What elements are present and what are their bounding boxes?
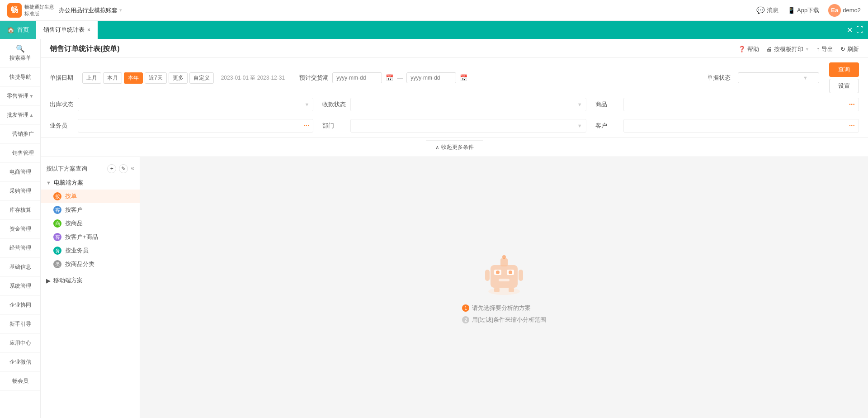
add-scheme-btn[interactable]: + xyxy=(107,164,116,173)
main-layout: 🔍 搜索菜单 快捷导航 零售管理 ▼ 批发管理 ▲ 营销推广 销售管理 电商管理… xyxy=(0,39,868,418)
window-close-icon[interactable]: ✕ xyxy=(847,26,853,34)
tab-close-icon[interactable]: × xyxy=(87,27,90,33)
date-tab-last-month[interactable]: 上月 xyxy=(82,72,101,84)
scheme-item-by-customer[interactable]: 客 按客户 xyxy=(41,203,140,217)
sidebar-item-basic-info[interactable]: 基础信息 xyxy=(0,258,40,277)
shipment-arrow-icon: ▼ xyxy=(304,102,309,107)
order-status-select[interactable]: ▼ xyxy=(738,72,819,83)
expected-date-to-input[interactable] xyxy=(406,72,456,83)
filter-bar-row1: 单据日期 上月 本月 本年 近7天 更多 自定义 2023-01-01 至 20… xyxy=(41,58,868,93)
print-btn[interactable]: 🖨 按模板打印 ▼ xyxy=(766,45,810,53)
shipment-status-select[interactable]: ▼ xyxy=(78,98,313,111)
sidebar-item-finance[interactable]: 资金管理 xyxy=(0,220,40,239)
date-tab-more[interactable]: 更多 xyxy=(169,72,188,84)
tab-sales-order[interactable]: 销售订单统计表 × xyxy=(36,21,98,39)
date-tab-this-year[interactable]: 本年 xyxy=(124,72,143,84)
date-icon-2: 📅 xyxy=(460,74,467,81)
page-title: 销售订单统计表(按单) xyxy=(50,44,120,54)
sidebar-item-retail[interactable]: 零售管理 ▼ xyxy=(0,87,40,106)
scheme-item-by-category[interactable]: 类 按商品分类 xyxy=(41,257,140,271)
edit-icon: ✎ xyxy=(121,166,126,172)
svg-rect-12 xyxy=(509,288,514,292)
query-button[interactable]: 查询 xyxy=(829,62,859,77)
goods-more-icon[interactable]: ··· xyxy=(849,101,855,108)
scheme-icon-order: 按 xyxy=(53,192,61,200)
sidebar-item-app-center[interactable]: 应用中心 xyxy=(0,334,40,353)
salesperson-input[interactable]: ··· xyxy=(78,119,313,133)
sidebar-item-new-guide[interactable]: 新手引导 xyxy=(0,315,40,334)
scheme-item-by-goods[interactable]: 商 按商品 xyxy=(41,217,140,230)
date-tabs: 上月 本月 本年 近7天 更多 自定义 xyxy=(82,72,214,84)
sidebar-item-quick-nav[interactable]: 快捷导航 xyxy=(0,68,40,87)
svg-rect-10 xyxy=(519,270,523,281)
customer-label: 客户 xyxy=(595,122,621,130)
page-header: 销售订单统计表(按单) ❓ 帮助 🖨 按模板打印 ▼ ↑ 导出 ↻ 刷新 xyxy=(41,39,868,58)
sidebar-item-enterprise-wechat[interactable]: 企业微信 xyxy=(0,353,40,372)
app-download-icon: 📱 xyxy=(788,7,795,14)
payment-status-group: 收款状态 ▼ xyxy=(322,98,586,111)
sidebar-item-member[interactable]: 畅会员 xyxy=(0,372,40,391)
customer-input[interactable]: ··· xyxy=(623,119,859,133)
sidebar-item-search[interactable]: 🔍 搜索菜单 xyxy=(0,39,40,68)
sidebar-item-ecommerce[interactable]: 电商管理 xyxy=(0,163,40,182)
empty-illustration xyxy=(477,252,531,297)
order-status-section: 单据状态 ▼ xyxy=(707,72,819,83)
expected-date-section: 预计交货期 📅 — 📅 xyxy=(299,72,693,83)
pc-scheme-group: ▼ 电脑端方案 按 按单 客 按客户 商 按商品 xyxy=(41,176,140,274)
collapse-panel-btn[interactable]: « xyxy=(131,164,134,173)
edit-scheme-btn[interactable]: ✎ xyxy=(119,164,128,173)
mobile-scheme-group: ▶ 移动端方案 xyxy=(41,274,140,287)
pc-group-header[interactable]: ▼ 电脑端方案 xyxy=(41,176,140,190)
window-expand-icon[interactable]: ⛶ xyxy=(856,26,863,34)
payment-status-select[interactable]: ▼ xyxy=(350,98,586,111)
settings-button[interactable]: 设置 xyxy=(829,79,859,93)
message-btn[interactable]: 💬 消息 xyxy=(756,6,778,14)
main-content: 1 请先选择要分析的方案 2 用[过滤]条件来缩小分析范围 xyxy=(140,157,868,418)
dept-label: 部门 xyxy=(322,122,348,130)
app-download-btn[interactable]: 📱 App下载 xyxy=(788,6,819,14)
filter-bar-row3: 业务员 ··· 部门 ▼ 客户 ··· xyxy=(41,116,868,138)
mobile-group-label: 移动端方案 xyxy=(53,276,83,285)
sidebar: 🔍 搜索菜单 快捷导航 零售管理 ▼ 批发管理 ▲ 营销推广 销售管理 电商管理… xyxy=(0,39,41,418)
scheme-icon-customer-goods: 客 xyxy=(53,233,61,241)
breadcrumb[interactable]: 办公用品行业模拟账套 ▾ xyxy=(59,6,122,14)
header-left: 畅 畅捷通好生意 标准版 办公用品行业模拟账套 ▾ xyxy=(7,3,122,18)
date-tab-this-month[interactable]: 本月 xyxy=(103,72,122,84)
scheme-item-by-order[interactable]: 按 按单 xyxy=(41,190,140,203)
collapse-label: 收起更多条件 xyxy=(441,143,474,151)
goods-input[interactable]: ··· xyxy=(623,98,859,111)
tab-home[interactable]: 🏠 首页 xyxy=(0,21,36,39)
sidebar-item-sales-mgmt[interactable]: 销售管理 xyxy=(0,144,40,163)
collapse-btn[interactable]: ∧ 收起更多条件 xyxy=(426,140,483,154)
message-icon: 💬 xyxy=(756,6,765,14)
scheme-icon-salesperson: 务 xyxy=(53,247,61,255)
date-tab-custom[interactable]: 自定义 xyxy=(189,72,214,84)
sidebar-item-inventory[interactable]: 库存核算 xyxy=(0,201,40,220)
sidebar-item-wholesale[interactable]: 批发管理 ▲ xyxy=(0,106,40,125)
user-avatar-area[interactable]: Ea demo2 xyxy=(828,4,861,17)
salesperson-more-icon[interactable]: ··· xyxy=(303,122,309,129)
sidebar-item-cooperation[interactable]: 企业协同 xyxy=(0,296,40,315)
sidebar-item-operations[interactable]: 经营管理 xyxy=(0,239,40,258)
refresh-btn[interactable]: ↻ 刷新 xyxy=(840,45,859,53)
scheme-item-by-salesperson[interactable]: 务 按业务员 xyxy=(41,244,140,257)
scheme-item-by-customer-goods[interactable]: 客 按客户+商品 xyxy=(41,230,140,244)
breadcrumb-text: 办公用品行业模拟账套 xyxy=(59,6,118,14)
date-tab-7days[interactable]: 近7天 xyxy=(145,72,167,84)
help-btn[interactable]: ❓ 帮助 xyxy=(738,45,759,53)
pc-group-arrow-icon: ▼ xyxy=(46,180,51,185)
svg-rect-9 xyxy=(485,270,490,281)
sidebar-item-sys-mgmt[interactable]: 系统管理 xyxy=(0,277,40,296)
sidebar-item-purchase[interactable]: 采购管理 xyxy=(0,182,40,201)
dept-select[interactable]: ▼ xyxy=(350,119,586,133)
sidebar-item-marketing[interactable]: 营销推广 xyxy=(0,125,40,144)
content-body: 按以下方案查询 + ✎ « ▼ xyxy=(41,157,868,418)
avatar: Ea xyxy=(828,4,841,17)
scheme-icon-goods: 商 xyxy=(53,219,61,228)
status-select-arrow-icon: ▼ xyxy=(803,75,808,81)
export-btn[interactable]: ↑ 导出 xyxy=(817,45,834,53)
expected-date-from-input[interactable] xyxy=(332,72,382,83)
payment-arrow-icon: ▼ xyxy=(577,102,582,107)
customer-more-icon[interactable]: ··· xyxy=(849,122,855,129)
mobile-group-header[interactable]: ▶ 移动端方案 xyxy=(41,274,140,287)
